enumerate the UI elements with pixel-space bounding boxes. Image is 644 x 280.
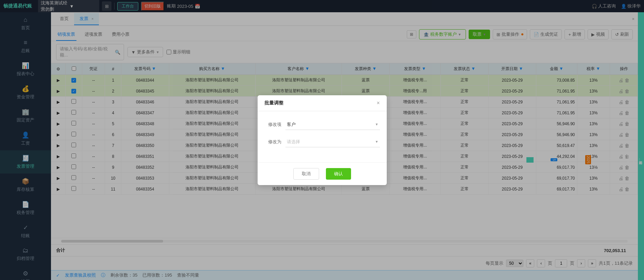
modify-to-label: 修改为 — [264, 139, 281, 145]
modify-field-label: 修改项 — [264, 121, 281, 128]
modal-overlay[interactable]: 批量调整 × 修改项 客户 ▼ 修改为 请选择 ▼ 取消 确认 — [0, 0, 644, 280]
modal-footer: 取消 确认 — [258, 162, 387, 185]
modal-close-button[interactable]: × — [377, 100, 380, 106]
modify-field-row: 修改项 客户 ▼ — [264, 119, 380, 130]
modify-to-placeholder: 请选择 — [287, 139, 300, 145]
modify-field-dropdown-icon: ▼ — [375, 122, 379, 126]
modify-field-value: 客户 — [287, 121, 296, 128]
modal-body: 修改项 客户 ▼ 修改为 请选择 ▼ — [258, 111, 387, 162]
modify-to-select[interactable]: 请选择 ▼ — [285, 137, 380, 147]
modify-field-select[interactable]: 客户 ▼ — [285, 119, 380, 130]
modify-to-row: 修改为 请选择 ▼ — [264, 137, 380, 147]
modal-title: 批量调整 — [264, 100, 283, 106]
modify-to-dropdown-icon: ▼ — [375, 140, 379, 144]
cancel-button[interactable]: 取消 — [293, 168, 319, 180]
modal-header: 批量调整 × — [258, 95, 387, 111]
confirm-button[interactable]: 确认 — [326, 168, 351, 180]
batch-adjust-modal: 批量调整 × 修改项 客户 ▼ 修改为 请选择 ▼ 取消 确认 — [258, 95, 387, 185]
